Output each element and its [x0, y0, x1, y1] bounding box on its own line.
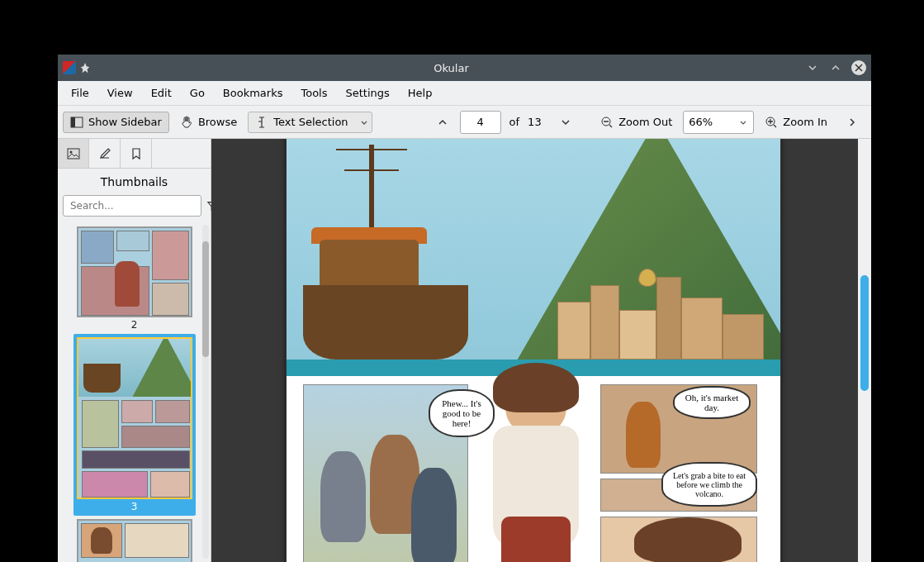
text-cursor-icon — [255, 116, 268, 129]
bookmark-icon — [130, 147, 143, 160]
maximize-button[interactable] — [828, 60, 843, 75]
zoom-level-select[interactable]: 66% — [683, 111, 754, 134]
viewer-scrollbar[interactable] — [858, 139, 871, 562]
thumbnail-label: 3 — [77, 501, 192, 512]
document-page: Phew... It's good to be here! Oh, it's m… — [286, 139, 781, 562]
toolbar: Show Sidebar Browse Text Selection of 13… — [58, 106, 871, 139]
svg-rect-4 — [68, 149, 79, 159]
app-icon — [63, 61, 76, 74]
menu-go[interactable]: Go — [182, 83, 213, 102]
page-total-label: 13 — [528, 116, 542, 128]
sidebar-icon — [70, 116, 83, 129]
page-of-label: of — [505, 116, 525, 128]
chevron-down-icon — [738, 117, 748, 127]
pin-icon[interactable] — [79, 62, 91, 74]
chevron-right-icon — [846, 116, 859, 129]
thumbnail-item-selected[interactable]: 3 — [73, 334, 196, 516]
thumbnail-item[interactable] — [73, 519, 196, 562]
page-number-input[interactable] — [460, 111, 501, 134]
zoom-out-label: Zoom Out — [618, 116, 672, 128]
zoom-out-icon — [600, 116, 614, 129]
thumbnail-item[interactable]: 2 — [73, 226, 196, 331]
content-area: Thumbnails — [58, 139, 871, 562]
menu-edit[interactable]: Edit — [143, 83, 180, 102]
menu-view[interactable]: View — [99, 83, 141, 102]
menubar: File View Edit Go Bookmarks Tools Settin… — [58, 81, 871, 106]
sidebar-header: Thumbnails — [58, 169, 211, 195]
thumbnail-label: 2 — [73, 319, 196, 331]
show-sidebar-button[interactable]: Show Sidebar — [63, 112, 169, 133]
text-selection-label: Text Selection — [273, 116, 348, 128]
zoom-in-button[interactable]: Zoom In — [757, 112, 835, 133]
chevron-up-icon — [436, 116, 449, 129]
sidebar-tabs — [58, 139, 211, 169]
minimize-button[interactable] — [805, 60, 820, 75]
menu-settings[interactable]: Settings — [338, 83, 398, 102]
thumbnail-scrollbar[interactable] — [201, 221, 211, 562]
speech-bubble: Oh, it's market day. — [673, 386, 751, 419]
browse-button[interactable]: Browse — [173, 112, 244, 133]
document-viewer[interactable]: Phew... It's good to be here! Oh, it's m… — [211, 139, 871, 562]
svg-rect-1 — [71, 117, 75, 127]
okular-window: Okular File View Edit Go Bookmarks Tools… — [58, 55, 871, 562]
pencil-icon — [98, 147, 111, 160]
chevron-down-icon — [559, 116, 572, 129]
svg-point-5 — [69, 150, 72, 153]
sidebar-tab-bookmarks[interactable] — [121, 139, 152, 168]
menu-help[interactable]: Help — [400, 83, 441, 102]
sidebar-tab-annotations[interactable] — [89, 139, 121, 168]
image-icon — [67, 147, 80, 160]
chevron-down-icon — [358, 117, 370, 128]
menu-file[interactable]: File — [63, 83, 97, 102]
sidebar: Thumbnails — [58, 139, 211, 562]
prev-page-button[interactable] — [429, 112, 457, 133]
close-button[interactable] — [851, 60, 866, 75]
show-sidebar-label: Show Sidebar — [88, 116, 162, 128]
search-input[interactable] — [63, 195, 201, 217]
hand-icon — [180, 116, 193, 129]
titlebar: Okular — [58, 55, 871, 81]
next-page-button[interactable] — [552, 112, 580, 133]
sidebar-tab-thumbnails[interactable] — [58, 139, 89, 168]
zoom-in-icon — [765, 116, 778, 129]
toolbar-overflow-button[interactable] — [838, 112, 866, 133]
text-selection-button[interactable]: Text Selection — [248, 112, 372, 133]
zoom-level-value: 66% — [689, 116, 713, 128]
window-title: Okular — [97, 62, 805, 74]
zoom-in-label: Zoom In — [783, 116, 827, 128]
thumbnail-list[interactable]: 2 3 — [58, 221, 211, 562]
zoom-out-button[interactable]: Zoom Out — [593, 112, 680, 133]
browse-label: Browse — [198, 116, 237, 128]
menu-tools[interactable]: Tools — [292, 83, 335, 102]
menu-bookmarks[interactable]: Bookmarks — [215, 83, 291, 102]
speech-bubble: Let's grab a bite to eat before we climb… — [661, 462, 757, 507]
